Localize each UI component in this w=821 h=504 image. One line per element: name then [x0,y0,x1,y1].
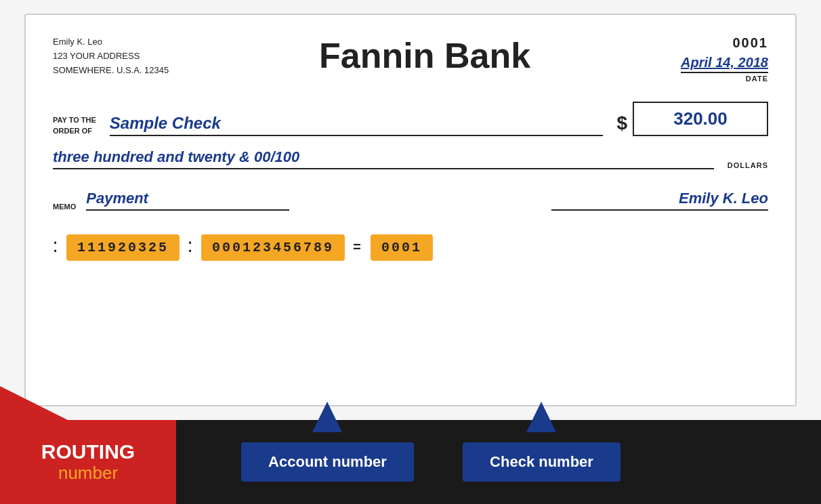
pay-to-label: PAY TO THEORDER OF [53,115,96,136]
account-info: Emily K. Leo 123 YOUR ADDRESS SOMEWHERE.… [53,35,169,77]
check-number-label: Check number [463,442,620,482]
memo-line: Payment [86,190,289,211]
payee-line: Sample Check [110,114,604,136]
amount-words: three hundred and twenty & 00/100 [53,148,299,165]
date-section: April 14, 2018 DATE [681,55,768,83]
right-side [686,420,821,504]
memo-label: MEMO [53,203,76,211]
account-label-item: Account number [241,442,414,482]
routing-sub: number [58,463,118,484]
micr-mid-symbol: ⁚ [188,239,193,256]
check: Emily K. Leo 123 YOUR ADDRESS SOMEWHERE.… [24,14,797,406]
memo-value: Payment [86,190,148,207]
routing-number-micr: 111920325 [66,234,180,261]
bottom-section: ROUTING number Account number Check numb… [0,420,821,504]
pay-to-section: PAY TO THEORDER OF Sample Check $ 320.00 [53,102,768,136]
signature-line: Emily K. Leo [551,190,768,211]
check-number-top: 0001 [733,35,769,51]
bank-name: Fannin Bank [182,35,667,76]
date-label: DATE [746,75,768,83]
amount-wrapper: $ 320.00 [616,102,768,136]
check-label-item: Check number [463,442,620,482]
date-value: April 14, 2018 [681,55,768,73]
top-right: 0001 April 14, 2018 DATE [681,35,768,95]
routing-title: ROUTING [41,440,135,463]
memo-area: MEMO Payment [53,190,289,211]
memo-signature-section: MEMO Payment Emily K. Leo [53,190,768,211]
signature-value: Emily K. Leo [679,190,768,207]
account-number-micr: 000123456789 [201,234,345,261]
check-arrow-up [526,402,556,432]
dollar-sign: $ [616,112,627,134]
micr-line: ⁚ 111920325 ⁚ 000123456789 = 0001 [53,234,768,261]
owner-name: Emily K. Leo [53,35,169,49]
amount-box: 320.00 [633,102,768,136]
routing-badge: ROUTING number [0,420,176,504]
dollars-label: DOLLARS [728,161,768,169]
label-section: Account number Check number [176,420,686,504]
account-number-label: Account number [241,442,414,482]
check-number-micr: 0001 [371,234,433,261]
address-line1: 123 YOUR ADDRESS [53,49,169,64]
amount-words-line: three hundred and twenty & 00/100 [53,148,714,169]
micr-eq-symbol: = [353,240,362,255]
micr-start-symbol: ⁚ [53,239,58,256]
account-arrow-up [312,402,342,432]
payee-name: Sample Check [110,114,221,132]
check-header: Emily K. Leo 123 YOUR ADDRESS SOMEWHERE.… [53,35,768,95]
check-section: Emily K. Leo 123 YOUR ADDRESS SOMEWHERE.… [0,0,821,420]
amount-words-section: three hundred and twenty & 00/100 DOLLAR… [53,148,768,169]
address-line2: SOMEWHERE. U.S.A. 12345 [53,64,169,78]
